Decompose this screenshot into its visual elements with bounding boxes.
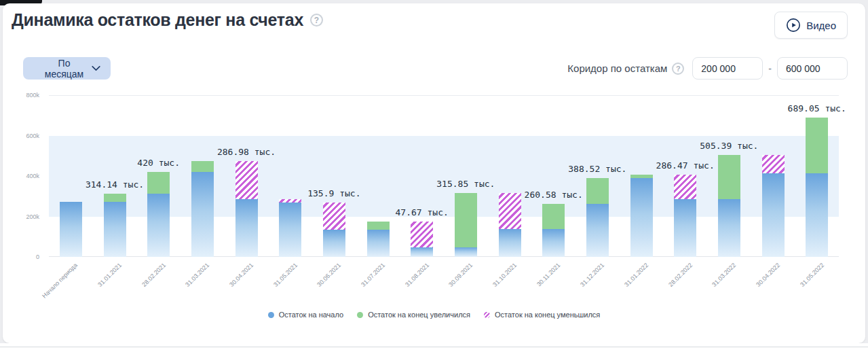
y-axis-label: 800k [26, 92, 39, 99]
video-button-label: Видео [806, 20, 836, 31]
chart-bar-2[interactable] [147, 172, 170, 257]
chart-bar-8[interactable] [411, 222, 433, 257]
chart-bar-12[interactable] [586, 178, 609, 257]
seg-blue [455, 247, 477, 257]
x-axis-label: 31.01.2022 [623, 262, 649, 288]
x-axis-label: 31.08.2021 [404, 262, 430, 288]
x-axis-label: Начало периода [41, 262, 79, 300]
page-title: Динамика остатков денег на счетах [12, 10, 303, 30]
corridor-controls: Коридор по остаткам ? - [567, 57, 848, 80]
gridline-800k [49, 95, 839, 96]
corridor-min-input[interactable] [692, 57, 763, 80]
dashboard-card: Динамика остатков денег на счетах ? Виде… [3, 3, 865, 343]
period-dropdown-label: По месяцам [38, 58, 90, 80]
chart-bar-11[interactable] [542, 204, 565, 257]
seg-blue [323, 230, 345, 257]
seg-green [191, 161, 214, 172]
y-axis: 0200k400k600k800k [3, 95, 42, 257]
seg-green [104, 194, 126, 203]
chart-bar-0[interactable] [60, 202, 82, 257]
seg-blue [191, 172, 214, 257]
seg-hatch [235, 161, 258, 199]
seg-blue [411, 247, 433, 257]
seg-green [718, 155, 740, 199]
chart-bar-13[interactable] [630, 175, 653, 257]
seg-green [586, 178, 609, 204]
bar-value-label: 135.9 тыс. [307, 188, 360, 198]
x-axis-label: 31.05.2022 [799, 262, 825, 288]
x-axis-label: 30.04.2022 [755, 262, 781, 288]
video-button[interactable]: Видео [774, 12, 848, 39]
x-axis-label: 30.04.2021 [228, 262, 254, 288]
legend-marker-decrease [484, 312, 490, 318]
x-axis-label: 31.03.2022 [711, 262, 737, 288]
seg-blue [279, 203, 301, 257]
chart-bar-9[interactable] [455, 193, 477, 257]
bar-value-label: 505.39 тыс. [700, 141, 758, 151]
chart-bar-10[interactable] [499, 193, 521, 257]
corridor-max-input[interactable] [777, 57, 848, 80]
title-help-icon[interactable]: ? [310, 14, 323, 27]
legend-label: Остаток на конец уменьшился [495, 311, 600, 319]
chart-bar-1[interactable] [104, 194, 126, 257]
header-row: Динамика остатков денег на счетах ? [12, 10, 323, 30]
chart-bar-6[interactable] [323, 203, 345, 257]
corridor-help-icon[interactable]: ? [672, 63, 684, 75]
plot-area: Начало периода314.14 тыс.31.01.2021420 т… [49, 95, 839, 257]
seg-green [542, 204, 565, 228]
seg-blue [762, 173, 785, 257]
x-axis-label: 31.12.2021 [579, 262, 605, 288]
corridor-separator: - [768, 63, 772, 74]
chart-bar-14[interactable] [674, 175, 696, 257]
seg-blue [104, 202, 126, 257]
bar-value-label: 420 тыс. [137, 158, 180, 168]
seg-blue [235, 199, 258, 257]
chart-bar-4[interactable] [235, 161, 258, 257]
chart-bar-7[interactable] [367, 222, 390, 257]
y-axis-label: 200k [26, 213, 39, 220]
x-axis-label: 31.03.2021 [184, 262, 210, 288]
y-axis-label: 0 [36, 253, 39, 260]
seg-blue [806, 173, 828, 257]
seg-blue [586, 204, 609, 257]
seg-blue [499, 229, 521, 257]
chart-bar-3[interactable] [191, 161, 214, 257]
page-background: Динамика остатков денег на счетах ? Виде… [0, 0, 868, 350]
bar-value-label: 314.14 тыс. [86, 179, 144, 190]
seg-hatch [499, 193, 521, 229]
legend-item-decrease[interactable]: Остаток на конец уменьшился [484, 311, 600, 319]
seg-green [455, 193, 477, 247]
legend-label: Остаток на конец увеличился [368, 311, 470, 319]
x-axis-label: 30.09.2021 [447, 262, 474, 288]
bar-value-label: 286.98 тыс. [217, 147, 276, 157]
seg-hatch [323, 203, 345, 229]
seg-blue [542, 229, 565, 257]
seg-hatch [411, 222, 433, 247]
x-axis-label: 31.07.2021 [360, 262, 386, 288]
period-dropdown[interactable]: По месяцам [23, 57, 111, 80]
seg-blue [718, 199, 740, 257]
bottom-divider [0, 347, 868, 347]
legend-item-start[interactable]: Остаток на начало [268, 311, 343, 319]
chart-bar-5[interactable] [279, 199, 301, 257]
legend-item-increase[interactable]: Остаток на конец увеличился [357, 311, 470, 319]
seg-green [367, 222, 390, 230]
bar-value-label: 315.85 тыс. [436, 179, 495, 189]
legend-marker-increase [357, 312, 363, 318]
x-axis-label: 28.02.2021 [140, 262, 167, 288]
chart-bar-15[interactable] [718, 155, 740, 257]
corridor-label: Коридор по остаткам [567, 63, 667, 74]
seg-blue [147, 194, 170, 257]
chart-legend: Остаток на началоОстаток на конец увелич… [3, 311, 865, 319]
seg-blue [60, 202, 82, 257]
y-axis-label: 400k [26, 173, 39, 179]
chart-bar-17[interactable] [806, 118, 828, 257]
seg-green [806, 118, 828, 173]
x-axis-label: 31.05.2021 [272, 262, 299, 288]
bar-value-label: 286.47 тыс. [656, 160, 715, 171]
chart-bar-16[interactable] [762, 155, 785, 257]
x-axis-label: 30.06.2021 [316, 262, 342, 288]
bar-value-label: 388.52 тыс. [568, 164, 626, 174]
chevron-down-icon [90, 63, 102, 74]
x-axis-label: 30.11.2021 [535, 262, 561, 287]
